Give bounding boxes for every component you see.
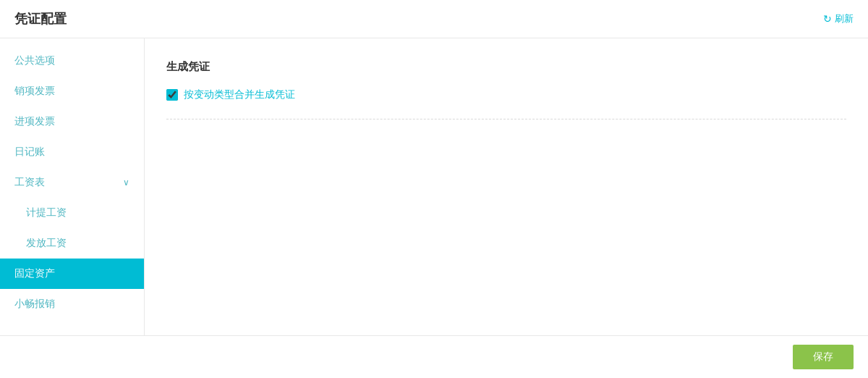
header: 凭证配置 ↻ 刷新 (0, 0, 868, 38)
sidebar-item-issue-salary[interactable]: 发放工资 (0, 228, 144, 259)
footer: 保存 (0, 335, 868, 378)
page-wrapper: 凭证配置 ↻ 刷新 公共选项销项发票进项发票日记账工资表∨计提工资发放工资固定资… (0, 0, 868, 378)
sidebar-item-diary[interactable]: 日记账 (0, 137, 144, 167)
section-title: 生成凭证 (166, 60, 846, 74)
sidebar-item-calc-salary[interactable]: 计提工资 (0, 198, 144, 228)
sidebar-item-label: 小畅报销 (14, 298, 55, 311)
save-button[interactable]: 保存 (793, 345, 854, 369)
refresh-label: 刷新 (835, 12, 854, 25)
sidebar-item-public-options[interactable]: 公共选项 (0, 46, 144, 76)
sidebar-item-label: 公共选项 (14, 54, 55, 67)
sidebar: 公共选项销项发票进项发票日记账工资表∨计提工资发放工资固定资产小畅报销 (0, 38, 145, 335)
sidebar-item-expense-report[interactable]: 小畅报销 (0, 289, 144, 319)
sidebar-item-purchase-invoice[interactable]: 进项发票 (0, 106, 144, 137)
sidebar-item-payroll[interactable]: 工资表∨ (0, 167, 144, 198)
sidebar-item-label: 日记账 (14, 146, 45, 159)
sidebar-item-label: 发放工资 (26, 237, 67, 250)
main-content: 公共选项销项发票进项发票日记账工资表∨计提工资发放工资固定资产小畅报销 生成凭证… (0, 38, 868, 335)
sidebar-item-label: 固定资产 (14, 267, 55, 280)
checkbox-row: 按变动类型合并生成凭证 (166, 88, 846, 101)
content-area: 生成凭证 按变动类型合并生成凭证 (145, 38, 868, 335)
refresh-icon: ↻ (823, 13, 832, 25)
chevron-down-icon: ∨ (123, 177, 129, 188)
merge-checkbox-label[interactable]: 按变动类型合并生成凭证 (184, 88, 295, 101)
section-divider (166, 119, 846, 119)
sidebar-item-label: 计提工资 (26, 206, 67, 219)
sidebar-item-fixed-assets[interactable]: 固定资产 (0, 259, 144, 289)
sidebar-item-label: 工资表 (14, 176, 45, 189)
refresh-button[interactable]: ↻ 刷新 (823, 12, 854, 25)
merge-checkbox[interactable] (166, 89, 178, 101)
sidebar-item-label: 销项发票 (14, 85, 55, 98)
sidebar-item-sales-invoice[interactable]: 销项发票 (0, 76, 144, 106)
page-title: 凭证配置 (14, 10, 67, 28)
sidebar-item-label: 进项发票 (14, 115, 55, 128)
